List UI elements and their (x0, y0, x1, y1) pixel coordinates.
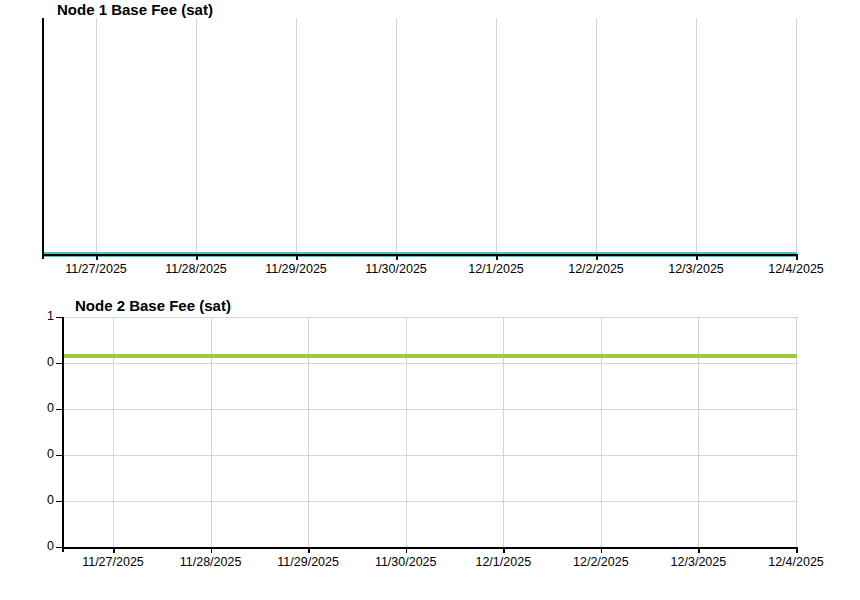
x-tick-mark (796, 548, 798, 553)
y-tick-mark (56, 547, 62, 549)
x-tick-label: 11/29/2025 (254, 262, 338, 276)
x-tick-mark (296, 255, 298, 260)
x-tick-mark (96, 255, 98, 260)
x-tick-mark (596, 255, 598, 260)
x-gridline (406, 317, 407, 547)
y-tick-mark (56, 501, 62, 503)
y-tick-label: 0 (24, 493, 54, 507)
x-tick-mark (601, 548, 603, 553)
x-tick-mark (496, 255, 498, 260)
base-fee-series-line (63, 354, 797, 358)
y-gridline (63, 455, 798, 456)
x-tick-mark (308, 548, 310, 553)
x-gridline (601, 317, 602, 547)
node1-chart-title: Node 1 Base Fee (sat) (57, 1, 213, 18)
x-gridline (396, 18, 397, 254)
y-tick-label: 0 (24, 539, 54, 553)
x-tick-label: 12/4/2025 (754, 555, 838, 569)
x-tick-mark (696, 255, 698, 260)
x-tick-label: 12/1/2025 (461, 555, 545, 569)
x-tick-label: 11/30/2025 (354, 262, 438, 276)
x-tick-mark (406, 548, 408, 553)
y-tick-mark (56, 455, 62, 457)
x-gridline (296, 18, 297, 254)
x-tick-label: 11/28/2025 (169, 555, 253, 569)
x-gridline (596, 18, 597, 254)
y-tick-mark (56, 409, 62, 411)
y-axis (62, 317, 64, 552)
y-tick-label: 0 (24, 355, 54, 369)
x-tick-mark (211, 548, 213, 553)
x-tick-label: 12/3/2025 (654, 262, 738, 276)
x-tick-label: 12/1/2025 (454, 262, 538, 276)
y-axis (42, 18, 44, 259)
dashboard-charts-panel: Node 1 Base Fee (sat) 11/27/202511/28/20… (0, 0, 860, 600)
y-tick-mark (56, 363, 62, 365)
x-tick-mark (796, 255, 798, 260)
x-gridline (211, 317, 212, 547)
x-tick-mark (503, 548, 505, 553)
y-gridline (63, 363, 798, 364)
x-tick-label: 11/30/2025 (364, 555, 448, 569)
x-tick-label: 12/3/2025 (656, 555, 740, 569)
x-gridline (503, 317, 504, 547)
y-tick-label: 1 (24, 309, 54, 323)
x-gridline (96, 18, 97, 254)
x-tick-mark (698, 548, 700, 553)
y-gridline (63, 501, 798, 502)
node2-chart-plot-area: 11/27/202511/28/202511/29/202511/30/2025… (62, 317, 798, 548)
y-tick-label: 0 (24, 401, 54, 415)
x-tick-mark (113, 548, 115, 553)
x-tick-label: 11/27/2025 (71, 555, 155, 569)
x-tick-label: 12/4/2025 (754, 262, 838, 276)
x-gridline (196, 18, 197, 254)
x-tick-label: 11/27/2025 (54, 262, 138, 276)
y-gridline (63, 317, 798, 318)
x-tick-label: 12/2/2025 (559, 555, 643, 569)
x-gridline (308, 317, 309, 547)
x-tick-label: 12/2/2025 (554, 262, 638, 276)
x-gridline (696, 18, 697, 254)
node1-chart-plot-area: 11/27/202511/28/202511/29/202511/30/2025… (42, 18, 798, 255)
x-axis (62, 547, 798, 549)
x-gridline (496, 18, 497, 254)
x-tick-label: 11/28/2025 (154, 262, 238, 276)
x-gridline (796, 18, 797, 254)
y-tick-mark (56, 317, 62, 319)
y-gridline (63, 409, 798, 410)
node2-chart-title: Node 2 Base Fee (sat) (75, 297, 231, 314)
x-axis (42, 254, 798, 256)
x-tick-mark (396, 255, 398, 260)
x-gridline (796, 317, 797, 547)
y-tick-label: 0 (24, 447, 54, 461)
x-tick-mark (196, 255, 198, 260)
x-gridline (113, 317, 114, 547)
x-tick-label: 11/29/2025 (266, 555, 350, 569)
x-gridline (698, 317, 699, 547)
